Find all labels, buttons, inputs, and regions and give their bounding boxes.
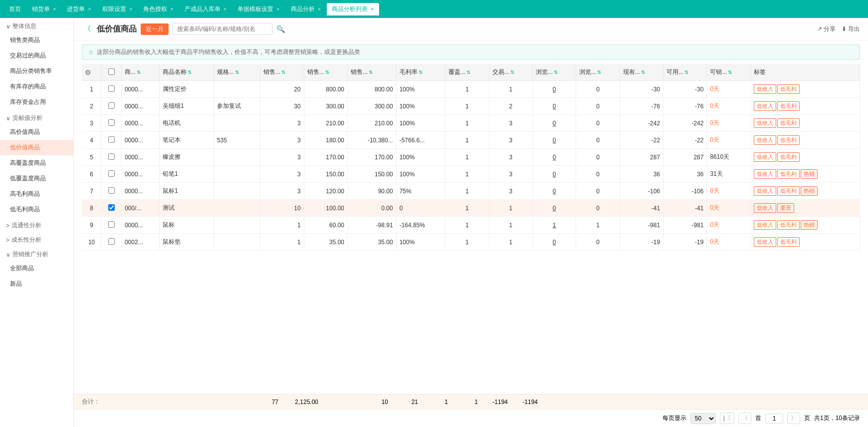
sidebar-item-high-value[interactable]: 高价值商品 [0,124,73,140]
top-nav: 首页 销货单 × 进货单 × 权限设置 × 角色授权 × 产成品入库单 × 单据… [0,0,868,18]
td-checkbox [102,115,122,132]
td-tags: 低收入低毛利热销 [750,166,860,183]
close-icon-permission[interactable]: × [129,6,132,12]
sidebar-group-marketing[interactable]: ∨ 营销推广分析 [0,246,73,261]
row-checkbox-6[interactable] [108,187,115,194]
next-page-btn[interactable]: 〉 [787,413,800,424]
sidebar-item-stock-goods[interactable]: 有库存的商品 [0,79,73,94]
sidebar-item-stock-fund[interactable]: 库存资金占用 [0,94,73,110]
nav-item-analysis-list[interactable]: 商品分析列表 × [327,3,379,15]
first-page-btn[interactable]: |〈 [720,413,734,424]
sidebar-item-new-goods[interactable]: 新品 [0,276,73,292]
close-icon-stock[interactable]: × [223,6,226,12]
browse-link[interactable]: 0 [553,137,556,144]
nav-item-analysis[interactable]: 商品分析 × [286,3,326,15]
close-icon-analysis[interactable]: × [318,6,321,12]
nav-item-purchase[interactable]: 进货单 × [62,3,96,15]
th-sellable: 可销...⇅ [707,64,750,81]
sidebar-item-category-rate[interactable]: 商品分类销售率 [0,63,73,79]
td-sales2: 170.00 [304,149,347,166]
page-number-input[interactable] [765,414,783,424]
browse-link[interactable]: 0 [553,188,556,195]
browse-link[interactable]: 0 [553,205,556,212]
sidebar-group-contribution[interactable]: ∨ 贡献值分析 [0,110,73,124]
td-name: 铅笔1 [160,166,214,183]
pagination-bar: 每页显示 50 20 100 |〈 〈 首 〉 页 共1页，10条记录 [74,409,868,427]
td-tags: 低收入低毛利 [750,149,860,166]
nav-item-role[interactable]: 角色授权 × [138,3,178,15]
td-transaction: 1 [489,81,532,98]
browse-link[interactable]: 0 [553,154,556,161]
row-checkbox-0[interactable] [108,85,115,92]
td-browse1: 0 [533,132,576,149]
chevron-down-icon-2: ∨ [6,115,10,122]
td-tags: 低收入低毛利 [750,98,860,115]
close-icon-role[interactable]: × [170,6,173,12]
td-sales2: 60.00 [304,217,347,234]
search-icon-btn[interactable]: 🔍 [276,25,285,33]
filter-btn[interactable]: 近一月 [141,23,169,35]
td-current: -30 [620,81,663,98]
close-icon-analysis-list[interactable]: × [371,6,374,12]
nav-item-template[interactable]: 单据模板设置 × [232,3,284,15]
row-checkbox-3[interactable] [108,136,115,143]
search-input[interactable] [173,23,272,35]
td-sales3: 800.00 [348,81,397,98]
export-btn[interactable]: ⬇ 导出 [842,25,860,33]
td-coverage: 1 [445,98,489,115]
row-checkbox-2[interactable] [108,119,115,126]
tag-hot: 热销 [801,186,818,196]
sidebar-group-circulation[interactable]: > 流通性分析 [0,217,73,232]
row-checkbox-1[interactable] [108,102,115,109]
sidebar-item-low-margin[interactable]: 低毛利商品 [0,202,73,217]
th-settings[interactable]: ⚙ [82,64,102,81]
sidebar-item-sales-goods[interactable]: 销售类商品 [0,32,73,48]
nav-item-home[interactable]: 首页 [4,3,26,15]
browse-link[interactable]: 0 [553,239,556,246]
td-spec: 535 [214,132,260,149]
sidebar-item-high-coverage[interactable]: 高覆盖度商品 [0,155,73,171]
td-num: 3 [82,115,102,132]
table-row: 2 0000... 吴细细1 参加复试 30 300.00 300.00 100… [82,98,860,115]
sidebar-item-traded-goods[interactable]: 交易过的商品 [0,48,73,63]
sidebar-item-low-value[interactable]: 低价值商品 [0,140,73,155]
nav-item-stock[interactable]: 产成品入库单 × [180,3,231,15]
close-icon-purchase[interactable]: × [88,6,91,12]
row-checkbox-9[interactable] [108,238,115,245]
share-label: 分享 [824,25,836,33]
sidebar-group-growth[interactable]: > 成长性分析 [0,232,73,246]
sidebar-group-overall[interactable]: ∨ 整体信息 [0,18,73,32]
row-checkbox-8[interactable] [108,221,115,228]
collapse-sidebar-btn[interactable]: 《 [82,24,93,33]
sidebar-item-low-coverage[interactable]: 低覆盖度商品 [0,171,73,186]
row-checkbox-7[interactable] [108,204,115,211]
nav-label-analysis-list: 商品分析列表 [332,5,368,13]
browse-link[interactable]: 1 [553,222,556,229]
browse-link[interactable]: 0 [553,171,556,178]
td-coverage: 1 [445,115,489,132]
sidebar-item-all-goods[interactable]: 全部商品 [0,261,73,276]
browse-link[interactable]: 0 [553,86,556,93]
row-checkbox-4[interactable] [108,153,115,160]
browse-link[interactable]: 0 [553,120,556,127]
td-current: 36 [620,166,663,183]
share-btn[interactable]: ↗ 分享 [817,25,836,33]
page-size-select[interactable]: 50 20 100 [690,413,716,424]
td-gross-margin: 100% [396,98,445,115]
settings-icon[interactable]: ⚙ [85,68,91,76]
td-sales2: 300.00 [304,98,347,115]
td-transaction: 3 [489,149,532,166]
browse-link[interactable]: 0 [553,103,556,110]
row-checkbox-5[interactable] [108,170,115,177]
select-all-checkbox[interactable] [108,68,115,75]
prev-page-btn[interactable]: 〈 [738,413,751,424]
close-icon-template[interactable]: × [276,6,279,12]
sidebar-item-high-margin[interactable]: 高毛利商品 [0,186,73,202]
close-icon-sales[interactable]: × [53,6,56,12]
export-label: 导出 [848,25,860,33]
td-name: 笔记本 [160,132,214,149]
td-num: 7 [82,183,102,200]
nav-item-permission[interactable]: 权限设置 × [97,3,137,15]
td-code: 0000... [121,132,159,149]
nav-item-sales[interactable]: 销货单 × [27,3,61,15]
